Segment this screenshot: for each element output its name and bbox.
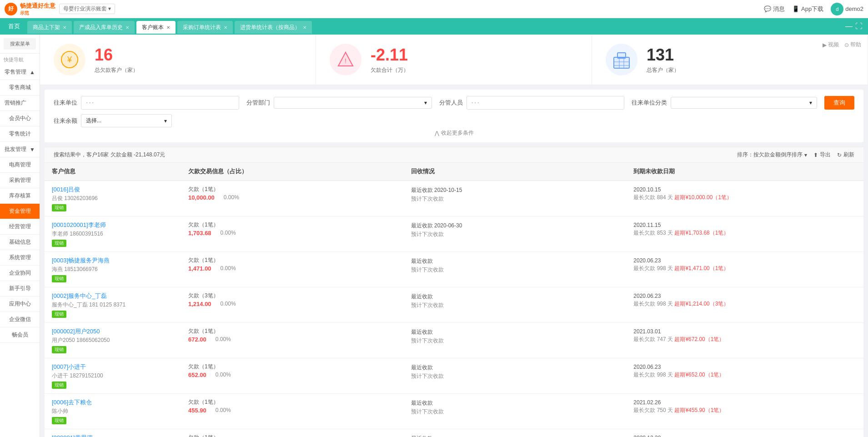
sidebar-item-enterprise[interactable]: 企业协同 [0,266,40,281]
sidebar-item-wechat[interactable]: 企业微信 [0,312,40,327]
tab-purchase-stats[interactable]: 进货单统计表（按商品） ✕ [235,21,312,34]
overdue-link-2[interactable]: 超期¥1,471.00（1笔） [674,265,729,271]
overdue-link-4[interactable]: 超期¥672.00（1笔） [674,336,724,342]
sidebar-search[interactable]: 搜索菜单 [0,35,40,54]
overdue-days-text-0: 最长欠款 884 天 [633,194,673,201]
sidebar-item-operations[interactable]: 经营管理 [0,219,40,235]
stat-info-customers: 131 总客户（家） [647,45,854,74]
balance-value: 选择... [86,117,101,125]
sort-label[interactable]: 排序：按欠款金额倒序排序 ▾ [737,151,807,159]
customer-name-1[interactable]: [0001020001]李老师 [52,221,188,229]
tab-product-history[interactable]: 产成品入库单历史 ✕ [74,21,135,34]
tab-home[interactable]: 首页 [2,22,26,30]
video-btn[interactable]: ▶ 视频 [823,41,839,49]
results-summary: 搜索结果中，客户16家 欠款金额 -21,148.07元 [54,151,165,159]
sidebar-item-retail-stats[interactable]: 零售统计 [0,126,40,142]
sidebar-item-system[interactable]: 系统管理 [0,250,40,266]
debt-info-1: 欠款（1笔） 1,703.68 0.00% [188,221,411,236]
sidebar-item-inventory[interactable]: 库存核算 [0,188,40,204]
sidebar-item-member2[interactable]: 畅会员 [0,327,40,343]
dept-select[interactable]: ▾ [274,97,432,109]
customer-phone-5: 小进干 18279152100 [52,372,188,380]
table-row: [0007]小进干 小进干 18279152100 现销 欠款（1笔） 652.… [45,358,863,394]
overdue-days-3: 最长欠款 998 天 超期¥1,214.00（3笔） [633,300,856,308]
sidebar-item-retail-shop[interactable]: 零售商城 [0,80,40,95]
debt-percent-3: 0.00% [221,301,236,307]
customer-name-3[interactable]: [0002]服务中心_丁磊 [52,292,188,300]
close-icon[interactable]: ✕ [63,25,66,30]
sidebar-item-marketing[interactable]: 营销推广 [0,95,40,111]
system-selector[interactable]: 母婴行业演示账套 ▾ [59,4,115,14]
sidebar-item-basic-info[interactable]: 基础信息 [0,235,40,250]
sidebar-item-new-guide[interactable]: 新手引导 [0,281,40,296]
tab-purchase-order[interactable]: 采购订单统计表 ✕ [177,21,233,34]
sidebar-item-purchase[interactable]: 采购管理 [0,173,40,188]
customer-name-7[interactable]: [000001]黄思源 [52,434,188,437]
help-btn[interactable]: ⊙ 帮助 [844,41,861,49]
collapse-btn[interactable]: ⋀ 收起更多条件 [435,129,474,137]
tab-product-status[interactable]: 商品上下架 ✕ [27,21,72,34]
filter-unit-category: 往来单位分类 ▾ [632,97,817,109]
customer-name-4[interactable]: [000002]用户2050 [52,327,188,336]
app-download-btn[interactable]: 📱 App下载 [792,5,823,13]
debt-amount-5: 652.00 [188,372,206,378]
close-icon[interactable]: ✕ [166,25,170,30]
debt-total-label: 欠款合计（万） [371,66,578,74]
overdue-link-0[interactable]: 超期¥10,000.00（1笔） [674,194,732,201]
filter-label-dept: 分管部门 [246,99,270,107]
recovery-next-5: 预计下次收款 [411,372,634,380]
expand-icon[interactable]: ⛶ [855,22,863,30]
help-label: 帮助 [850,41,861,49]
filter-row-1: 往来单位 ··· 分管部门 ▾ 分管人员 [54,96,854,110]
stat-icon-customers [606,44,637,75]
debt-amount-1: 1,703.68 [188,230,211,236]
overdue-link-1[interactable]: 超期¥1,703.68（1笔） [674,230,729,236]
user-avatar[interactable]: d demo2 [831,3,863,15]
debt-row-6: 455.90 0.00% [188,406,411,414]
stat-icon-total: ! [330,44,361,75]
overdue-link-6[interactable]: 超期¥455.90（1笔） [674,407,724,413]
search-menu-btn[interactable]: 搜索菜单 [4,38,36,50]
export-btn[interactable]: ⬆ 导出 [813,151,831,159]
sidebar-item-ecommerce[interactable]: 电商管理 [0,157,40,173]
debt-count-7: 欠款（1笔） [188,434,411,437]
stat-info-total: -2.11 欠款合计（万） [371,45,578,74]
close-icon[interactable]: ✕ [224,25,227,30]
balance-select[interactable]: 选择... ▾ [81,114,172,127]
manager-input[interactable]: ··· [467,96,625,110]
sidebar-item-app-center[interactable]: 应用中心 [0,296,40,312]
refresh-btn[interactable]: ↻ 刷新 [837,151,854,159]
sidebar-item-finance[interactable]: 资金管理 [0,204,40,219]
customer-name-2[interactable]: [0003]畅捷服务尹海燕 [52,256,188,265]
debt-amount-3: 1,214.00 [188,301,211,307]
customer-name-5[interactable]: [0007]小进干 [52,363,188,371]
overdue-link-3[interactable]: 超期¥1,214.00（3笔） [674,301,729,307]
stat-card-debt-customers: ¥ 16 总欠款客户（家） [40,35,316,85]
sidebar-item-retail-mgmt[interactable]: 零售管理 ▲ [0,65,40,80]
debt-info-7: 欠款（1笔） 429.00 0.00% [188,434,411,437]
close-icon[interactable]: ✕ [125,25,129,30]
recovery-info-2: 最近收款 预计下次收款 [411,256,634,274]
table-row: [000001]黄思源 黄思源 13552700226 现销 欠款（1笔） 42… [45,429,863,437]
search-button[interactable]: 查询 [824,96,854,110]
sidebar-item-batch-mgmt[interactable]: 批发管理 ▼ [0,142,40,157]
minimize-icon[interactable]: — [845,22,853,30]
debt-amount-4: 672.00 [188,336,206,343]
unit-category-select[interactable]: ▾ [671,97,817,109]
debt-amount-2: 1,471.00 [188,265,211,272]
customer-name-6[interactable]: [0006]去下粮仓 [52,398,188,407]
customer-name-0[interactable]: [0016]吕俊 [52,186,188,194]
main-body: 搜索菜单 快捷导航 零售管理 ▲ 零售商城 营销推广 会员中心 零售统计 批发管… [0,35,868,437]
debt-count-5: 欠款（1笔） [188,363,411,371]
overdue-date-7: 2020.12.30 [633,435,856,437]
message-btn[interactable]: 💬 消息 [764,5,785,13]
sidebar-item-member[interactable]: 会员中心 [0,111,40,126]
from-unit-input[interactable]: ··· [81,96,239,110]
col-recovery: 回收情况 [411,167,634,176]
filter-label-manager: 分管人员 [439,99,463,107]
overdue-link-5[interactable]: 超期¥652.00（1笔） [674,372,724,378]
table-row: [0001020001]李老师 李老师 18600391516 现销 欠款（1笔… [45,216,863,252]
debt-percent-2: 0.00% [221,265,236,271]
tab-customer-account[interactable]: 客户账本 ✕ [136,21,176,34]
close-icon[interactable]: ✕ [303,25,306,30]
